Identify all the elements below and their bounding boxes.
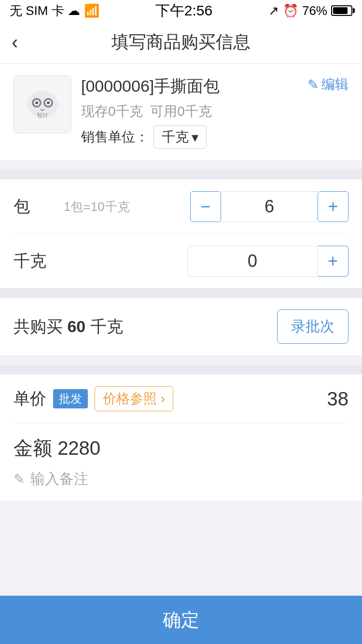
edit-button[interactable]: ✎ 编辑 — [307, 75, 348, 94]
price-label: 单价 — [14, 388, 46, 410]
product-card: 智计 [0000006]手撕面包 现存0千克 可用0千克 销售单位： 千克 ▾ … — [0, 64, 362, 160]
total-text: 共购买 60 千克 — [14, 316, 123, 338]
record-batch-button[interactable]: 录批次 — [277, 309, 348, 344]
kg-plus-button[interactable]: + — [318, 246, 348, 277]
bao-hint: 1包=10千克 — [64, 198, 130, 215]
product-image: 智计 — [14, 75, 71, 133]
product-unit: 销售单位： 千克 ▾ — [81, 126, 348, 149]
bao-minus-button[interactable]: − — [190, 191, 221, 222]
amount-row: 金额 2280 — [14, 435, 348, 462]
bao-input-row: 包 1包=10千克 − + — [14, 180, 348, 234]
input-section: 包 1包=10千克 − + 千克 + — [0, 180, 362, 288]
battery-level: 76% — [302, 3, 327, 18]
page-title: 填写商品购买信息 — [111, 30, 251, 54]
unit-select[interactable]: 千克 ▾ — [153, 126, 207, 149]
amount-section: 金额 2280 ✎ 输入备注 — [0, 423, 362, 501]
total-section: 共购买 60 千克 录批次 — [0, 298, 362, 355]
battery-icon — [331, 5, 352, 16]
product-logo-icon: 智计 — [23, 87, 62, 121]
price-reference-button[interactable]: 价格参照 › — [95, 386, 173, 411]
svg-point-6 — [47, 101, 50, 104]
kg-input-row: 千克 + — [14, 234, 348, 288]
kg-quantity-input[interactable] — [187, 246, 318, 277]
section-separator — [0, 170, 362, 180]
location-icon: ↗ — [268, 3, 279, 18]
remark-row[interactable]: ✎ 输入备注 — [14, 469, 348, 489]
kg-label: 千克 — [14, 250, 52, 272]
kg-controls: + — [187, 246, 348, 277]
sim-status: 无 SIM 卡 ☁ — [10, 2, 80, 19]
price-section: 单价 批发 价格参照 › 38 — [0, 375, 362, 423]
price-value: 38 — [327, 388, 349, 410]
nav-bar: ‹ 填写商品购买信息 — [0, 21, 362, 64]
amount-value: 2280 — [57, 437, 100, 459]
remark-placeholder: 输入备注 — [30, 469, 88, 489]
product-stock: 现存0千克 可用0千克 — [81, 102, 348, 121]
pencil-icon: ✎ — [14, 471, 25, 487]
wifi-icon: 📶 — [84, 3, 99, 18]
section-separator-2 — [0, 288, 362, 298]
status-right: ↗ ⏰ 76% — [268, 3, 352, 18]
status-left: 无 SIM 卡 ☁ 📶 — [10, 2, 99, 19]
confirm-button[interactable]: 确定 — [0, 596, 362, 644]
bao-controls: − + — [190, 191, 348, 222]
status-time: 下午2:56 — [155, 1, 212, 21]
price-type-badge: 批发 — [53, 389, 88, 408]
svg-point-5 — [35, 101, 38, 104]
section-separator-3 — [0, 365, 362, 375]
bao-quantity-input[interactable] — [221, 191, 318, 222]
price-row: 单价 批发 价格参照 › 38 — [14, 386, 348, 423]
back-button[interactable]: ‹ — [12, 31, 18, 53]
status-bar: 无 SIM 卡 ☁ 📶 下午2:56 ↗ ⏰ 76% — [0, 0, 362, 21]
bao-label: 包 — [14, 196, 52, 218]
svg-text:智计: 智计 — [37, 112, 48, 119]
bao-plus-button[interactable]: + — [318, 191, 348, 222]
chevron-down-icon: ▾ — [192, 129, 198, 145]
alarm-icon: ⏰ — [283, 3, 298, 18]
total-amount: 60 — [67, 317, 85, 336]
edit-icon: ✎ — [307, 77, 319, 93]
